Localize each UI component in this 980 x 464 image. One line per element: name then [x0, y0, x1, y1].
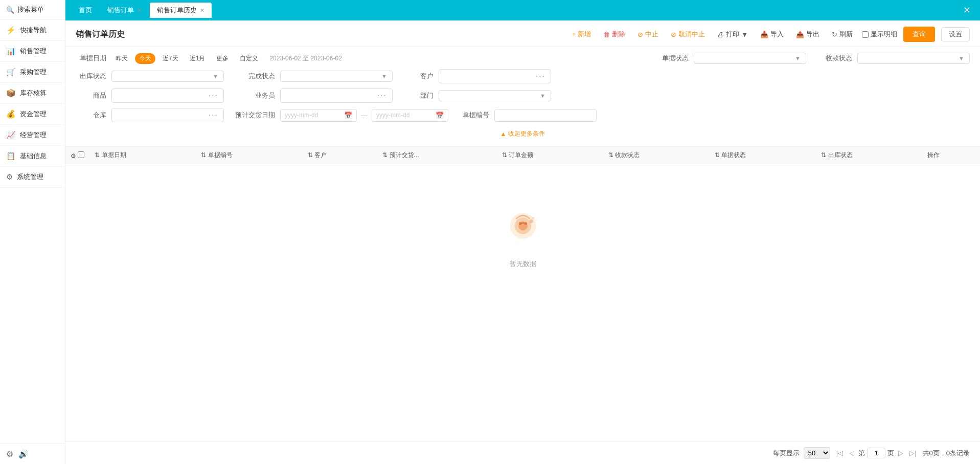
complete-status-select[interactable]: ▼	[280, 71, 393, 82]
col-date[interactable]: ⇅ 单据日期	[89, 147, 196, 164]
col-out-status[interactable]: ⇅ 出库状态	[816, 147, 922, 164]
salesperson-select[interactable]: ···	[280, 89, 393, 103]
import-button[interactable]: 📥 导入	[757, 28, 787, 41]
prev-page-button[interactable]: ◁	[847, 448, 856, 458]
tab-sales-order-history[interactable]: 销售订单历史 ✕	[150, 3, 212, 18]
per-page-select[interactable]: 50 20 100	[804, 447, 830, 459]
sidebar-item-sales-mgmt[interactable]: 📊销售管理	[0, 41, 65, 62]
goods-dots: ···	[209, 91, 218, 100]
collapse-label: 收起更多条件	[508, 129, 545, 138]
tab-home-label: 首页	[79, 6, 92, 15]
first-page-button[interactable]: |◁	[834, 448, 845, 458]
goods-select[interactable]: ···	[111, 89, 224, 103]
select-all-checkbox[interactable]	[78, 151, 84, 158]
shortcut-custom[interactable]: 自定义	[236, 53, 262, 64]
sidebar-item-inventory[interactable]: 📦库存核算	[0, 83, 65, 104]
sidebar-item-basic-info[interactable]: 📋基础信息	[0, 146, 65, 167]
print-button[interactable]: 🖨 打印 ▼	[714, 28, 751, 41]
sidebar-finance-icon: 💰	[6, 109, 16, 119]
print-button-label: 打印	[726, 30, 739, 39]
delivery-date-start[interactable]: yyyy-mm-dd 📅	[280, 109, 357, 122]
out-status-label: 出库状态	[76, 72, 111, 81]
page-title: 销售订单历史	[76, 29, 569, 40]
last-page-button[interactable]: ▷|	[907, 448, 918, 458]
shortcut-1month[interactable]: 近1月	[186, 53, 210, 64]
main-area: 首页 销售订单 ✕ 销售订单历史 ✕ ✕ 销售订单历史 + 新增 🗑 删除	[65, 0, 980, 464]
salesperson-filter: ···	[280, 89, 393, 103]
stop-button[interactable]: ⊘ 中止	[634, 28, 662, 41]
volume-icon[interactable]: 🔊	[18, 449, 29, 459]
stop-icon: ⊘	[637, 31, 643, 38]
customer-select[interactable]: ···	[439, 69, 551, 83]
tab-home[interactable]: 首页	[72, 3, 99, 18]
sidebar-item-sys-mgmt[interactable]: ⚙系统管理	[0, 167, 65, 188]
complete-status-filter: ▼	[280, 71, 393, 82]
delivery-date-label: 预计交货日期	[234, 111, 280, 120]
collapse-button[interactable]: ▲ 收起更多条件	[76, 127, 970, 140]
settings-icon[interactable]: ⚙	[6, 449, 13, 459]
export-button[interactable]: 📤 导出	[793, 28, 823, 41]
delivery-end-placeholder: yyyy-mm-dd	[376, 112, 409, 119]
payment-status-label: 收款状态	[816, 54, 857, 63]
cancel-stop-button[interactable]: ⊘ 取消中止	[668, 28, 708, 41]
col-number[interactable]: ⇅ 单据编号	[196, 147, 302, 164]
table-gear-col: ⚙	[65, 147, 89, 164]
col-delivery[interactable]: ⇅ 预计交货...	[377, 147, 497, 164]
salesperson-label: 业务员	[239, 91, 280, 100]
sidebar-search[interactable]: 🔍 搜索菜单	[0, 0, 65, 20]
col-amount[interactable]: ⇅ 订单金额	[497, 147, 603, 164]
col-order-status[interactable]: ⇅ 单据状态	[710, 147, 816, 164]
tab-sales-order-close[interactable]: ✕	[137, 7, 142, 14]
per-page-label: 每页显示	[773, 449, 800, 458]
display-detail-checkbox[interactable]: 显示明细	[862, 30, 897, 39]
refresh-button[interactable]: ↻ 刷新	[829, 28, 856, 41]
delivery-date-filter: yyyy-mm-dd 📅 — yyyy-mm-dd 📅	[280, 109, 448, 122]
filter-row-1: 单据日期 昨天 今天 近7天 近1月 更多 自定义 2023-06-02 至 2…	[76, 53, 970, 64]
sidebar-purchase-mgmt-icon: 🛒	[6, 68, 16, 77]
display-detail-check[interactable]	[862, 31, 869, 38]
delivery-date-end[interactable]: yyyy-mm-dd 📅	[372, 109, 448, 122]
sidebar-item-finance[interactable]: 💰资金管理	[0, 104, 65, 125]
order-status-label: 单据状态	[653, 54, 694, 63]
topbar-close-button[interactable]: ✕	[960, 5, 974, 16]
warehouse-select[interactable]: ···	[111, 108, 224, 122]
shortcut-7days[interactable]: 近7天	[158, 53, 183, 64]
sidebar-operation-label: 经营管理	[20, 130, 47, 140]
gear-settings-icon[interactable]: ⚙	[71, 152, 76, 160]
sidebar-search-label: 搜索菜单	[17, 5, 44, 14]
tab-sales-order[interactable]: 销售订单 ✕	[100, 3, 149, 18]
order-number-input[interactable]	[494, 109, 597, 122]
search-icon: 🔍	[6, 6, 14, 14]
dept-select[interactable]: ▼	[439, 90, 551, 101]
topbar-right: ✕	[960, 5, 974, 16]
sidebar-quick-nav-icon: ⚡	[6, 26, 16, 35]
sidebar: 🔍 搜索菜单 ⚡快捷导航📊销售管理🛒采购管理📦库存核算💰资金管理📈经营管理📋基础…	[0, 0, 65, 464]
sidebar-finance-label: 资金管理	[20, 109, 47, 119]
shortcut-today[interactable]: 今天	[135, 53, 155, 64]
next-page-button[interactable]: ▷	[896, 448, 905, 458]
col-customer[interactable]: ⇅ 客户	[303, 147, 378, 164]
query-button[interactable]: 查询	[903, 27, 935, 42]
page-input[interactable]	[867, 448, 885, 458]
sidebar-inventory-icon: 📦	[6, 89, 16, 98]
delete-button[interactable]: 🗑 删除	[600, 28, 628, 41]
out-status-select[interactable]: ▼	[111, 71, 224, 82]
delete-button-label: 删除	[612, 30, 625, 39]
sidebar-sys-mgmt-label: 系统管理	[17, 172, 43, 182]
delivery-start-calendar-icon: 📅	[344, 112, 352, 119]
shortcut-more[interactable]: 更多	[212, 53, 233, 64]
complete-status-label: 完成状态	[239, 72, 280, 81]
sidebar-item-quick-nav[interactable]: ⚡快捷导航	[0, 20, 65, 41]
sidebar-item-operation[interactable]: 📈经营管理	[0, 125, 65, 146]
sidebar-bottom: ⚙ 🔊	[0, 444, 65, 464]
tab-sales-order-history-close[interactable]: ✕	[200, 7, 204, 14]
total-label: 共0页，0条记录	[923, 449, 970, 458]
payment-status-select[interactable]: ▼	[857, 53, 970, 64]
shortcut-yesterday[interactable]: 昨天	[111, 53, 132, 64]
order-status-select[interactable]: ▼	[694, 53, 806, 64]
dept-filter: ▼	[439, 90, 551, 101]
setting-button[interactable]: 设置	[941, 27, 970, 41]
col-payment-status[interactable]: ⇅ 收款状态	[603, 147, 710, 164]
new-button[interactable]: + 新增	[569, 28, 594, 41]
sidebar-item-purchase-mgmt[interactable]: 🛒采购管理	[0, 62, 65, 83]
